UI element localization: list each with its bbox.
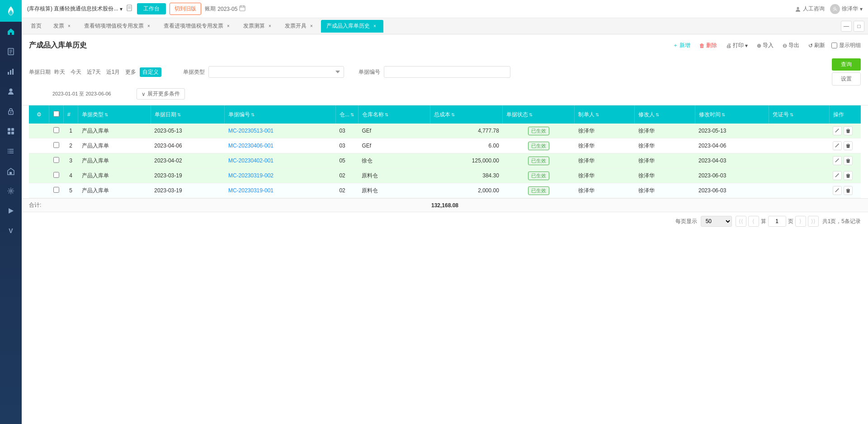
delete-icon-3[interactable] <box>844 171 853 180</box>
row-checkbox-1[interactable] <box>53 142 59 148</box>
user-service[interactable]: 人工咨询 <box>795 5 825 13</box>
tab-product-history[interactable]: 产成品入库单历史 × <box>321 20 383 33</box>
expand-label: 展开更多条件 <box>147 90 180 98</box>
tab-sales-vat-close[interactable]: × <box>146 23 152 29</box>
calendar-icon-period[interactable] <box>239 5 245 13</box>
number-link-0[interactable]: MC-20230513-001 <box>228 128 274 134</box>
last-page-button[interactable]: ⟩⟩ <box>808 216 819 227</box>
sort-number-icon[interactable]: ⇅ <box>251 112 255 117</box>
date-1month[interactable]: 近1月 <box>104 67 122 77</box>
sort-wh-name-icon[interactable]: ⇅ <box>385 112 388 117</box>
select-all-checkbox[interactable] <box>53 111 59 117</box>
tab-sales-vat[interactable]: 查看销项增值税专用发票 × <box>79 20 157 33</box>
date-today[interactable]: 今天 <box>69 67 83 77</box>
sort-type-icon[interactable]: ⇅ <box>104 112 108 117</box>
edit-icon-0[interactable] <box>833 126 842 135</box>
sidebar-item-doc[interactable] <box>0 42 22 62</box>
delete-icon-2[interactable] <box>844 156 853 165</box>
sidebar-item-grid[interactable] <box>0 121 22 141</box>
switch-version-button[interactable]: 切到旧版 <box>170 3 201 15</box>
per-page-select[interactable]: 50 10 20 100 <box>701 216 732 227</box>
company-selector[interactable]: (库存核算) 直播轻挑通信息技术股份... ▾ <box>27 5 123 13</box>
date-custom[interactable]: 自定义 <box>140 67 161 77</box>
tab-minimize-button[interactable]: — <box>841 21 852 32</box>
import-button[interactable]: ⊕ 导入 <box>754 40 776 51</box>
sort-cost-icon[interactable]: ⇅ <box>451 112 455 117</box>
tab-invoice[interactable]: 发票 × <box>48 20 78 33</box>
pagination: 每页显示 50 10 20 100 ⟨⟨ ⟨ 算 页 ⟩ ⟩⟩ 共1页，5条记录 <box>22 212 868 230</box>
show-detail-checkbox[interactable] <box>831 43 837 48</box>
sort-date-icon[interactable]: ⇅ <box>177 112 181 117</box>
sidebar-item-warehouse[interactable] <box>0 161 22 181</box>
cell-number-4[interactable]: MC-20230319-001 <box>225 183 336 198</box>
delete-icon-1[interactable] <box>844 141 853 150</box>
sidebar-item-list[interactable] <box>0 141 22 161</box>
tab-maximize-button[interactable]: □ <box>854 21 864 32</box>
number-link-4[interactable]: MC-20230319-001 <box>228 187 274 194</box>
cell-number-3[interactable]: MC-20230319-002 <box>225 168 336 183</box>
tab-purchase-vat-close[interactable]: × <box>225 23 231 29</box>
tab-purchase-vat[interactable]: 查看进项增值税专用发票 × <box>158 20 237 33</box>
workspace-button[interactable]: 工作台 <box>137 3 166 14</box>
edit-icon-4[interactable] <box>833 186 842 195</box>
date-more[interactable]: 更多 <box>123 67 138 77</box>
sidebar-item-lock[interactable] <box>0 101 22 121</box>
tab-invoice-calc[interactable]: 发票测算 × <box>238 20 278 33</box>
row-checkbox-0[interactable] <box>53 127 59 133</box>
sidebar-item-v[interactable]: V <box>0 221 22 241</box>
prev-page-button[interactable]: ⟨ <box>748 216 759 227</box>
query-button[interactable]: 查询 <box>832 58 861 71</box>
next-page-button[interactable]: ⟩ <box>795 216 806 227</box>
row-checkbox-2[interactable] <box>53 157 59 163</box>
delete-icon-0[interactable] <box>844 126 853 135</box>
cell-status-1: 已生效 <box>503 138 575 153</box>
number-filter-input[interactable] <box>384 66 510 78</box>
sidebar-item-play[interactable] <box>0 201 22 221</box>
sidebar-item-people[interactable] <box>0 81 22 101</box>
sort-modifier-icon[interactable]: ⇅ <box>656 112 659 117</box>
edit-icon-2[interactable] <box>833 156 842 165</box>
row-checkbox-3[interactable] <box>53 172 59 178</box>
number-link-2[interactable]: MC-20230402-001 <box>228 157 274 164</box>
cell-number-0[interactable]: MC-20230513-001 <box>225 124 336 138</box>
sort-voucher-icon[interactable]: ⇅ <box>790 112 793 117</box>
page-number-input[interactable] <box>768 216 786 227</box>
tab-invoice-close[interactable]: × <box>66 23 72 29</box>
print-button[interactable]: 🖨 打印 ▾ <box>723 40 750 51</box>
setting-button[interactable]: 设置 <box>832 72 861 86</box>
sort-modify-time-icon[interactable]: ⇅ <box>722 112 725 117</box>
edit-icon-3[interactable] <box>833 171 842 180</box>
expand-button[interactable]: ∨ 展开更多条件 <box>137 88 185 100</box>
sort-wh-code-icon[interactable]: ⇅ <box>350 112 354 117</box>
sidebar-item-chart[interactable] <box>0 62 22 81</box>
tab-home[interactable]: 首页 <box>25 20 47 33</box>
export-button[interactable]: ⊖ 导出 <box>780 40 802 51</box>
tab-invoice-calc-close[interactable]: × <box>267 23 273 29</box>
edit-icon-1[interactable] <box>833 141 842 150</box>
number-link-1[interactable]: MC-20230406-001 <box>228 143 274 149</box>
user-avatar-area[interactable]: 头 徐泽华 ▾ <box>830 4 863 14</box>
sort-status-icon[interactable]: ⇅ <box>529 112 533 117</box>
number-filter-label: 单据编号 <box>359 68 380 76</box>
tab-invoice-open[interactable]: 发票开具 × <box>279 20 320 33</box>
new-button[interactable]: ＋ 新增 <box>670 40 693 51</box>
delete-icon-4[interactable] <box>844 186 853 195</box>
date-yesterday[interactable]: 昨天 <box>52 67 67 77</box>
type-filter-select[interactable] <box>208 66 344 78</box>
company-name: (库存核算) 直播轻挑通信息技术股份... <box>27 5 118 13</box>
refresh-button[interactable]: ↺ 刷新 <box>806 40 828 51</box>
number-link-3[interactable]: MC-20230319-002 <box>228 172 274 179</box>
page-unit: 页 <box>788 218 793 225</box>
row-checkbox-4[interactable] <box>53 187 59 193</box>
date-7days[interactable]: 近7天 <box>85 67 103 77</box>
cell-number-2[interactable]: MC-20230402-001 <box>225 153 336 168</box>
sidebar-item-settings[interactable] <box>0 181 22 201</box>
delete-button[interactable]: 🗑 删除 <box>697 40 720 51</box>
tab-invoice-open-close[interactable]: × <box>308 23 315 29</box>
sidebar-item-home[interactable] <box>0 22 22 42</box>
first-page-button[interactable]: ⟨⟨ <box>736 216 746 227</box>
tab-product-history-close[interactable]: × <box>372 23 378 29</box>
table-settings-icon[interactable]: ⚙ <box>33 108 45 121</box>
sort-creator-icon[interactable]: ⇅ <box>595 112 599 117</box>
cell-number-1[interactable]: MC-20230406-001 <box>225 138 336 153</box>
